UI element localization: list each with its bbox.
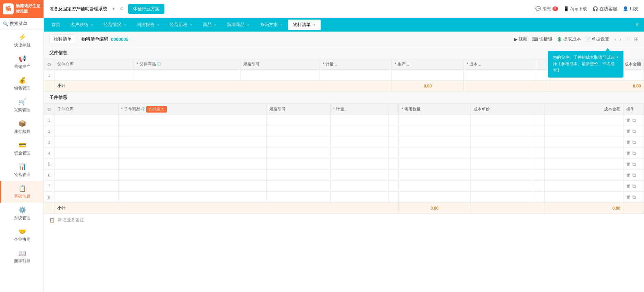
child-cell-unit-cost-3[interactable] [470,137,534,148]
get-cost-btn[interactable]: 💲 提取成本 [557,36,581,42]
child-gear-icon[interactable]: ⚙ [47,107,51,112]
child-cell-unit-cost-2[interactable] [470,126,534,137]
delete-icon-8[interactable]: 🗑 [626,194,631,200]
child-cell-unit-cost-4[interactable] [470,148,534,159]
copy-icon-8[interactable]: ⧉ [632,194,636,200]
next-arrow[interactable]: › [618,36,622,43]
parent-cell-production-1[interactable] [392,70,464,81]
copy-icon-5[interactable]: ⧉ [632,161,636,167]
child-cell-unit-1[interactable] [330,115,388,126]
child-cell-warehouse-5[interactable] [54,159,119,170]
child-cell-goods-1[interactable] [118,115,267,126]
tab-bom[interactable]: 物料清单 × [288,20,320,30]
view-btn[interactable]: ▶ 视频 [514,36,528,42]
sidebar-item-quick-nav[interactable]: ⚡快捷导航 [0,30,44,51]
goods-help-icon[interactable]: ⓘ [157,62,161,66]
child-cell-spec-5[interactable] [267,159,331,170]
child-cell-goods-6[interactable] [118,170,267,181]
sidebar-item-basic-info[interactable]: 📋基础信息 [0,181,44,203]
parent-cell-unit-1[interactable] [320,70,392,81]
tab-profit[interactable]: 利润报告 × [132,20,164,30]
child-cell-spec-3[interactable] [267,137,331,148]
tab-new-goods[interactable]: 新增商品 × [222,20,254,30]
settings-icon[interactable]: ⚙ [120,6,124,11]
delete-icon-2[interactable]: 🗑 [626,128,631,134]
child-cell-unit-8[interactable] [330,192,388,203]
close-customer-tab[interactable]: × [91,23,93,27]
child-cell-goods-7[interactable] [118,181,267,192]
parent-cell-warehouse-1[interactable] [54,70,134,81]
child-cell-unit-cost-6[interactable] [470,170,534,181]
child-cell-qty-7[interactable] [399,181,471,192]
close-all-tabs[interactable]: × [633,20,641,29]
shortcut-btn[interactable]: ⌨ 快捷键 [532,36,553,42]
child-cell-qty-8[interactable] [399,192,471,203]
child-cell-unit-7[interactable] [330,181,388,192]
copy-icon-7[interactable]: ⧉ [632,183,636,189]
search-menu[interactable]: 🔍 搜索菜单 [0,18,44,30]
delete-icon-5[interactable]: 🗑 [626,161,631,167]
parent-cell-cost-1[interactable] [464,70,536,81]
sidebar-item-finance[interactable]: 💳资金管理 [0,138,44,160]
parent-gear-icon[interactable]: ⚙ [47,62,51,67]
child-cell-warehouse-3[interactable] [54,137,119,148]
add-row-text[interactable]: 新增业务备注 [58,217,84,223]
tab-customer[interactable]: 客户联络 × [66,20,98,30]
online-service-button[interactable]: 🎧 在线客服 [593,6,617,12]
child-cell-warehouse-8[interactable] [54,192,119,203]
child-cell-unit-6[interactable] [330,170,388,181]
sub-tab-bom-list[interactable]: 物料清单 [49,34,76,44]
app-download-button[interactable]: 📱 App下载 [564,6,587,12]
child-cell-warehouse-6[interactable] [54,170,119,181]
close-bom-tab[interactable]: × [313,23,315,27]
child-cell-unit-5[interactable] [330,159,388,170]
child-cell-qty-5[interactable] [399,159,471,170]
message-button[interactable]: 💬 消息 6 [535,6,558,12]
child-cell-spec-7[interactable] [267,181,331,192]
user-menu[interactable]: 👤 用友 [623,6,639,12]
expand-icon[interactable]: ⊞ [634,36,639,43]
child-goods-help-icon[interactable]: ⓘ [141,107,145,111]
child-cell-warehouse-1[interactable] [54,115,119,126]
child-cell-goods-3[interactable] [118,137,267,148]
tab-history[interactable]: 经营历程 × [165,20,197,30]
copy-icon-1[interactable]: ⧉ [632,117,636,123]
delete-icon-7[interactable]: 🗑 [626,183,631,189]
child-cell-spec-1[interactable] [267,115,331,126]
sidebar-item-enterprise[interactable]: 🤝企业协同 [0,224,44,246]
close-goods-tab[interactable]: × [214,23,216,27]
close-operations-tab[interactable]: × [124,23,126,27]
delete-icon-6[interactable]: 🗑 [626,172,631,178]
child-cell-unit-cost-8[interactable] [470,192,534,203]
tab-goods[interactable]: 商品 × [198,20,221,30]
trial-button[interactable]: 体验行业方案 [128,4,164,14]
child-cell-goods-5[interactable] [118,159,267,170]
parent-cell-goods-1[interactable] [134,70,240,81]
grid-view-icon[interactable]: ≡ [627,36,630,42]
delete-icon-4[interactable]: 🗑 [626,150,631,156]
sidebar-item-inventory[interactable]: 📦库存核算 [0,116,44,138]
close-profit-tab[interactable]: × [157,23,159,27]
child-cell-spec-6[interactable] [267,170,331,181]
close-new-goods-tab[interactable]: × [247,23,249,27]
delete-icon-3[interactable]: 🗑 [626,139,631,145]
child-cell-spec-8[interactable] [267,192,331,203]
child-cell-unit-2[interactable] [330,126,388,137]
child-cell-warehouse-2[interactable] [54,126,119,137]
tab-home[interactable]: 首页 [47,20,65,30]
copy-icon-2[interactable]: ⧉ [632,128,636,134]
child-cell-qty-1[interactable] [399,115,471,126]
child-cell-warehouse-7[interactable] [54,181,119,192]
child-cell-qty-3[interactable] [399,137,471,148]
sidebar-item-guide[interactable]: 📖新手引导 [0,246,44,268]
child-cell-goods-4[interactable] [118,148,267,159]
tooltip-close-btn[interactable]: × [616,54,619,61]
prev-arrow[interactable]: ‹ [614,36,618,43]
scan-button[interactable]: 扫码录入 [146,106,167,113]
child-cell-spec-4[interactable] [267,148,331,159]
child-cell-qty-6[interactable] [399,170,471,181]
single-settings-btn[interactable]: 📄 单据设置 [585,36,609,42]
child-cell-qty-2[interactable] [399,126,471,137]
parent-cell-spec-1[interactable] [240,70,320,81]
child-cell-goods-8[interactable] [118,192,267,203]
